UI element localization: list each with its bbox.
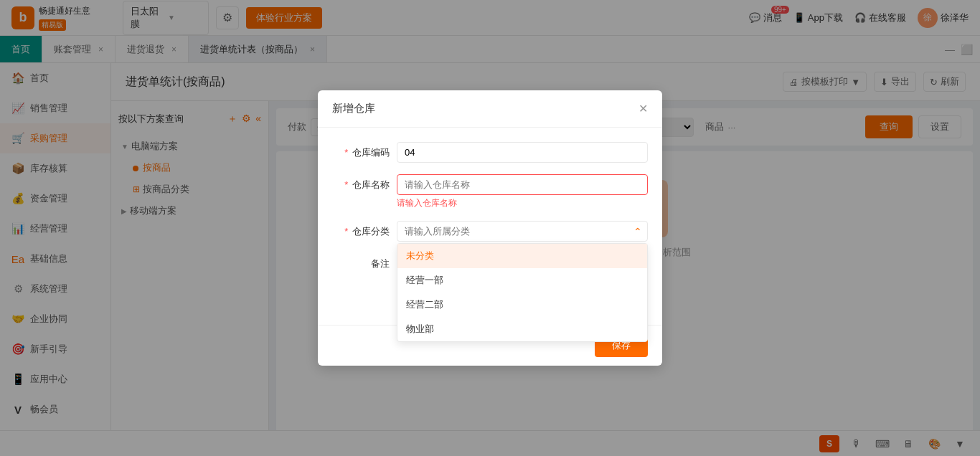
code-label: * 仓库编码 bbox=[332, 142, 390, 159]
form-row-name: * 仓库名称 请输入仓库名称 bbox=[332, 174, 648, 209]
name-required-mark: * bbox=[344, 179, 348, 190]
form-row-code: * 仓库编码 bbox=[332, 142, 648, 163]
category-label: * 仓库分类 bbox=[332, 221, 390, 238]
modal-body: * 仓库编码 * 仓库名称 请输入仓库名称 * 仓库分类 bbox=[318, 128, 662, 325]
code-required-mark: * bbox=[344, 147, 348, 158]
code-field-wrap bbox=[397, 142, 648, 163]
modal-header: 新增仓库 ✕ bbox=[318, 90, 662, 128]
form-row-category: * 仓库分类 ⌃ 未分类 经营一部 经营二部 物业部 bbox=[332, 221, 648, 242]
category-dropdown-list: 未分类 经营一部 经营二部 物业部 bbox=[397, 243, 648, 342]
category-field-wrap: ⌃ 未分类 经营一部 经营二部 物业部 bbox=[397, 221, 648, 242]
category-required-mark: * bbox=[344, 226, 348, 237]
category-input[interactable] bbox=[397, 221, 648, 242]
modal-title: 新增仓库 bbox=[332, 102, 375, 115]
dropdown-option-dept2[interactable]: 经营二部 bbox=[397, 293, 647, 317]
code-input[interactable] bbox=[397, 142, 648, 163]
name-label: * 仓库名称 bbox=[332, 174, 390, 191]
add-warehouse-modal: 新增仓库 ✕ * 仓库编码 * 仓库名称 请输入仓库名称 bbox=[318, 90, 662, 366]
note-label: 备注 bbox=[332, 253, 390, 270]
modal-close-button[interactable]: ✕ bbox=[639, 102, 648, 115]
name-error-message: 请输入仓库名称 bbox=[397, 197, 648, 209]
name-field-wrap: 请输入仓库名称 bbox=[397, 174, 648, 209]
name-input[interactable] bbox=[397, 174, 648, 195]
dropdown-option-property[interactable]: 物业部 bbox=[397, 317, 647, 341]
dropdown-option-dept1[interactable]: 经营一部 bbox=[397, 268, 647, 293]
dropdown-option-uncategorized[interactable]: 未分类 bbox=[397, 244, 647, 268]
